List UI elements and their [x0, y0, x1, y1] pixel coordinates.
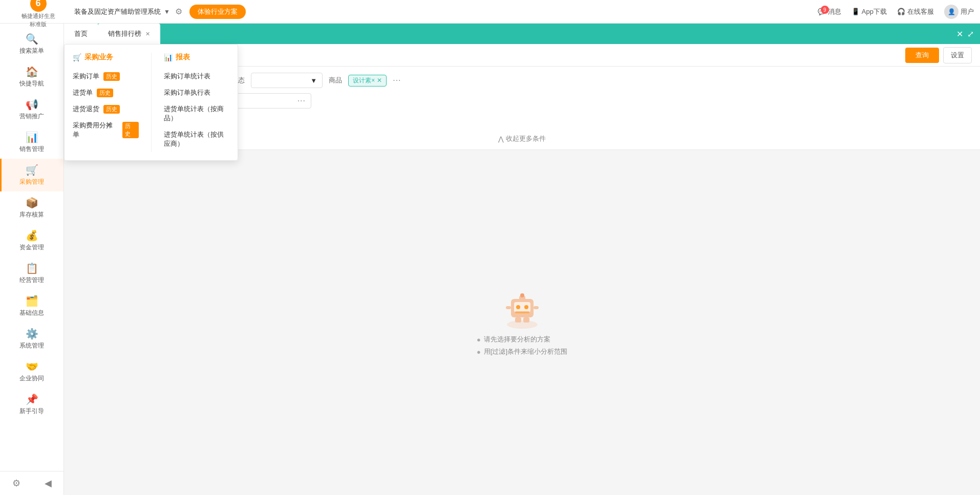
purchase-col-title: 🛒 采购业务 [73, 53, 139, 62]
history-badge-2: 历史 [103, 105, 120, 114]
collapse-sidebar-icon[interactable]: ◀ [45, 478, 52, 489]
collapse-button[interactable]: ⋀ 收起更多条件 [498, 134, 546, 143]
query-button[interactable]: 查询 [905, 48, 939, 63]
sidebar-label-marketing: 营销推广 [19, 112, 44, 121]
goods-tag-text: 设计素× [353, 76, 375, 85]
purchase-icon: 🛒 [26, 164, 38, 176]
document-status-select[interactable]: ▼ [251, 73, 323, 88]
inventory-icon: 📦 [26, 197, 38, 209]
guide-icon: 📌 [26, 393, 38, 405]
sidebar-item-cooperation[interactable]: 🤝 企业协同 [0, 355, 63, 388]
sidebar-bottom: ⚙ ◀ [0, 471, 63, 495]
sidebar-label-finance: 资金管理 [19, 243, 44, 252]
dropdown-item-report-1[interactable]: 采购订单统计表 [164, 68, 230, 84]
system-icon: ⚙️ [26, 328, 38, 340]
sidebar-item-inventory[interactable]: 📦 库存核算 [0, 191, 63, 224]
tab-bar-right: ✕ ⤢ [956, 29, 980, 39]
sidebar-label-system: 系统管理 [19, 341, 44, 350]
svg-rect-9 [534, 306, 539, 309]
history-badge-1: 历史 [97, 89, 113, 97]
tab-sales-ranking-label: 销售排行榜 [108, 29, 141, 38]
purchase-expense-label: 采购费用分摊单 [73, 121, 118, 139]
tab-bar: 首页 销售排行榜 ✕ ✕ ⤢ [64, 24, 980, 44]
sidebar-label-inventory: 库存核算 [19, 210, 44, 219]
dropdown-divider [151, 53, 152, 152]
svg-rect-11 [523, 317, 529, 322]
salesperson-more-icon[interactable]: ··· [297, 96, 306, 105]
tab-sales-ranking[interactable]: 销售排行榜 ✕ [98, 24, 160, 44]
settings-bottom-icon[interactable]: ⚙ [12, 478, 20, 489]
dropdown-item-report-4[interactable]: 进货单统计表（按供应商） [164, 126, 230, 152]
finance-icon: 💰 [26, 229, 38, 242]
collapse-label: 收起更多条件 [506, 134, 546, 143]
empty-state-lines: ● 请先选择要分析的方案 ● 用[过滤]条件来缩小分析范围 [477, 335, 567, 356]
report-col: 📊 报表 采购订单统计表 采购订单执行表 进货单统计表（按商品） 进货单统计表（… [164, 53, 230, 152]
sidebar-label-navigation: 快捷导航 [19, 79, 44, 88]
goods-return-label: 进货退货 [73, 104, 99, 114]
industry-button[interactable]: 体验行业方案 [189, 5, 246, 19]
messages-label: 消息 [828, 7, 841, 16]
dropdown-item-report-3[interactable]: 进货单统计表（按商品） [164, 101, 230, 126]
tab-close-icon[interactable]: ✕ [145, 31, 150, 37]
top-header: 6 畅捷通好生意 标准版 装备及固定资产辅助管理系统 ▼ ⚙ 体验行业方案 💬 … [0, 0, 980, 24]
svg-rect-10 [515, 317, 521, 322]
sidebar-label-cooperation: 企业协同 [19, 374, 44, 383]
sidebar-item-system[interactable]: ⚙️ 系统管理 [0, 322, 63, 355]
info-icon: 🗂️ [26, 295, 38, 307]
app-download-label: App下载 [862, 7, 887, 16]
purchase-col-icon: 🛒 [73, 53, 81, 61]
user-menu-button[interactable]: 👤 用户 [944, 5, 974, 19]
sidebar-item-search[interactable]: 🔍 搜索菜单 [0, 28, 63, 60]
report-col-title: 📊 报表 [164, 53, 230, 62]
sidebar-item-basic-info[interactable]: 🗂️ 基础信息 [0, 290, 63, 322]
sidebar-item-finance[interactable]: 💰 资金管理 [0, 224, 63, 257]
sidebar-item-marketing[interactable]: 📢 营销推广 [0, 93, 63, 126]
sidebar-item-operations[interactable]: 📋 经营管理 [0, 257, 63, 290]
message-icon-wrap: 💬 9 [818, 8, 826, 15]
purchase-order-label: 采购订单 [73, 72, 99, 81]
phone-icon: 📱 [851, 8, 860, 15]
report-col-icon: 📊 [164, 53, 173, 61]
brand-name: 畅捷通好生意 [22, 12, 55, 20]
dropdown-item-goods-return[interactable]: 进货退货 历史 [73, 101, 139, 117]
goods-receipt-label: 进货单 [73, 88, 93, 97]
goods-more-icon[interactable]: ··· [393, 76, 401, 85]
purchase-dropdown-menu: 🛒 采购业务 采购订单 历史 进货单 历史 进货退货 历史 采购费用分摊单 历史… [64, 44, 238, 161]
sidebar-item-purchase[interactable]: 🛒 采购管理 [0, 159, 63, 191]
purchase-col-title-text: 采购业务 [84, 53, 113, 62]
svg-point-0 [507, 320, 538, 329]
tab-expand-button[interactable]: ⤢ [967, 29, 974, 39]
home-icon: 🏠 [26, 66, 38, 78]
operations-icon: 📋 [26, 262, 38, 274]
bullet1-icon: ● [477, 336, 481, 343]
messages-button[interactable]: 💬 9 消息 [818, 7, 841, 16]
sidebar-item-navigation[interactable]: 🏠 快捷导航 [0, 60, 63, 93]
sidebar-label-guide: 新手引导 [19, 407, 44, 416]
dropdown-item-purchase-order[interactable]: 采购订单 历史 [73, 68, 139, 84]
history-badge-3: 历史 [122, 122, 139, 138]
goods-tag: 设计素× ✕ [348, 75, 387, 87]
svg-point-4 [524, 305, 528, 309]
app-download-button[interactable]: 📱 App下载 [851, 7, 887, 16]
system-title: 装备及固定资产辅助管理系统 [74, 7, 161, 16]
dropdown-item-report-2[interactable]: 采购订单执行表 [164, 84, 230, 101]
sidebar-label-sales: 销售管理 [19, 145, 44, 154]
svg-point-3 [516, 305, 520, 309]
report-1-label: 采购订单统计表 [164, 72, 210, 81]
goods-tag-close-icon[interactable]: ✕ [377, 77, 382, 84]
empty-state: ● 请先选择要分析的方案 ● 用[过滤]条件来缩小分析范围 [64, 150, 980, 495]
sidebar-item-guide[interactable]: 📌 新手引导 [0, 388, 63, 421]
collapse-arrow-icon: ⋀ [498, 135, 504, 143]
title-dropdown-icon[interactable]: ▼ [164, 8, 170, 15]
report-2-label: 采购订单执行表 [164, 88, 210, 97]
sidebar-item-sales[interactable]: 📊 销售管理 [0, 126, 63, 159]
tab-close-all-button[interactable]: ✕ [956, 29, 963, 39]
edition-label: 标准版 [30, 20, 47, 28]
gear-icon[interactable]: ⚙ [175, 7, 182, 16]
dropdown-item-purchase-expense[interactable]: 采购费用分摊单 历史 [73, 117, 139, 143]
online-service-button[interactable]: 🎧 在线客服 [897, 7, 934, 16]
empty-line2: 用[过滤]条件来缩小分析范围 [484, 347, 567, 356]
dropdown-item-goods-receipt[interactable]: 进货单 历史 [73, 84, 139, 101]
cooperation-icon: 🤝 [26, 360, 38, 373]
settings-button[interactable]: 设置 [943, 47, 972, 63]
